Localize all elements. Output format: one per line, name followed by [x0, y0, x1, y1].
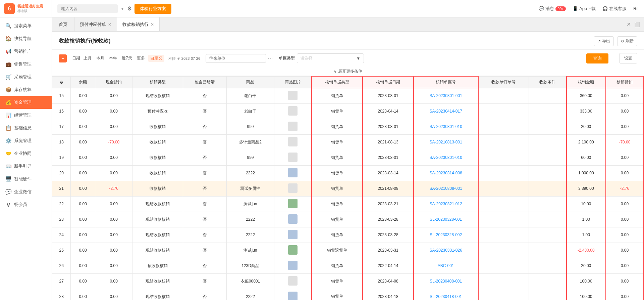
- tab-prepay-close[interactable]: ✕: [108, 22, 111, 27]
- search-input[interactable]: [57, 4, 118, 13]
- verify-no-link[interactable]: SL-20230328-002: [430, 232, 462, 237]
- filter-collapse-btn[interactable]: »: [59, 54, 67, 62]
- verify-no-link[interactable]: SL-20230418-001: [430, 294, 462, 299]
- sidebar-item-inventory[interactable]: 📦 库存核算: [0, 83, 52, 96]
- sidebar-item-system[interactable]: ⚙️ 系统管理: [0, 134, 52, 147]
- message-btn[interactable]: 💬 消息 99+: [539, 6, 566, 12]
- tab-receipt-close[interactable]: ✕: [151, 22, 154, 27]
- cell-verify-discount: 0.00: [606, 196, 644, 212]
- table-wrap[interactable]: ⚙ 余额 现金折扣 核销类型 包含已结清 商品 商品图片 核销单据类型 核销单据…: [52, 76, 644, 300]
- cell-verify-no: SA-20230331-026: [414, 243, 478, 258]
- sidebar-item-basic[interactable]: 📋 基础信息: [0, 122, 52, 134]
- date-this-year[interactable]: 本年: [108, 55, 118, 62]
- bill-type-select[interactable]: 请选择 ▼: [297, 53, 364, 63]
- partner-filter-group: ···: [206, 54, 273, 63]
- cell-included: 否: [183, 134, 227, 150]
- cell-verify-no: SA-20230301-010: [414, 150, 478, 165]
- verify-no-link[interactable]: SA-20230321-012: [429, 202, 462, 206]
- verify-no-link[interactable]: SA-20210813-001: [429, 140, 462, 144]
- partner-input[interactable]: [206, 54, 266, 63]
- cell-included: 否: [183, 289, 227, 300]
- cell-verify-bill-type: 销货单: [312, 88, 363, 103]
- date-7days[interactable]: 近7天: [120, 55, 133, 62]
- solution-btn[interactable]: 体验行业方案: [135, 4, 171, 14]
- cell-verify-bill-type: 销货单: [312, 196, 363, 212]
- sidebar-item-search[interactable]: 🔍 搜索菜单: [0, 19, 52, 32]
- date-last-month[interactable]: 上月: [82, 55, 93, 62]
- maximize-btn[interactable]: ⬜: [634, 22, 640, 27]
- sidebar-item-marketing[interactable]: 📢 营销推广: [0, 45, 52, 58]
- date-this-month[interactable]: 本月: [95, 55, 106, 62]
- sidebar-item-finance[interactable]: 💰 资金管理: [0, 96, 52, 109]
- verify-no-link[interactable]: SA-20230331-026: [429, 248, 462, 253]
- cell-receipt-order-no: [478, 103, 529, 119]
- expand-more-btn[interactable]: ∨ 展开更多条件: [334, 69, 362, 74]
- cell-goods-img: [274, 258, 312, 273]
- cell-verify-bill-type: 销货单: [312, 258, 363, 273]
- export-btn[interactable]: ↗ 导出: [594, 36, 614, 46]
- sidebar-item-purchase[interactable]: 🛒 采购管理: [0, 71, 52, 83]
- verify-no-link[interactable]: SA-20230301-010: [429, 155, 462, 160]
- refresh-btn[interactable]: ↺ 刷新: [617, 36, 637, 46]
- verify-no-link[interactable]: ABC-001: [438, 263, 454, 268]
- sidebar-item-business[interactable]: 📊 经营管理: [0, 109, 52, 122]
- cell-cash-discount: 0.00: [95, 273, 132, 289]
- cell-goods-img: [274, 196, 312, 212]
- cell-verify-date: 2023-04-14: [363, 103, 414, 119]
- date-custom[interactable]: 自定义: [148, 55, 164, 62]
- close-window-btn[interactable]: ✕: [627, 21, 631, 28]
- col-verify-amount: 核销金额: [567, 76, 606, 88]
- col-setting[interactable]: ⚙: [52, 76, 71, 88]
- cell-verify-amount: 1.00: [567, 212, 606, 227]
- table-row: 15 0.00 0.00 现结收款核销 否 老白干 销货单 2023-03-01…: [52, 88, 644, 103]
- cell-verify-amount: 3,390.00: [567, 181, 606, 196]
- member-icon: V: [5, 202, 11, 208]
- sidebar-item-sales[interactable]: 💼 销售管理: [0, 58, 52, 71]
- verify-no-link[interactable]: SA-20230314-008: [429, 171, 462, 175]
- table-row: 23 0.00 0.00 现结收款核销 否 2222 销货单 2023-03-2…: [52, 212, 644, 227]
- cell-verify-date: 2023-03-21: [363, 196, 414, 212]
- system-icon: ⚙️: [5, 138, 11, 144]
- verify-no-link[interactable]: SL-20230328-001: [430, 217, 462, 222]
- tab-home[interactable]: 首页: [52, 17, 74, 31]
- dropdown-arrow[interactable]: ▼: [120, 6, 124, 11]
- cell-verify-bill-type: 销货单: [312, 134, 363, 150]
- verify-no-link[interactable]: SA-20230301-001: [429, 93, 462, 98]
- sidebar-item-quicknav[interactable]: 🏠 快捷导航: [0, 32, 52, 45]
- query-btn[interactable]: 查询: [586, 53, 608, 63]
- sidebar-item-guide[interactable]: 📖 新手引导: [0, 160, 52, 173]
- sidebar-item-collab[interactable]: 🤝 企业协同: [0, 147, 52, 160]
- col-receipt-condition: 收款条件: [529, 76, 566, 88]
- app-download-btn[interactable]: 📱 App下载: [573, 6, 596, 12]
- cell-receipt-order-no: [478, 212, 529, 227]
- verify-no-link[interactable]: SA-20230414-017: [429, 109, 462, 114]
- verify-no-link[interactable]: SL-20230408-001: [430, 279, 462, 284]
- date-more[interactable]: 更多: [136, 55, 146, 62]
- date-filter-group: 日期 上月 本月 本年 近7天 更多 自定义 不限 至 2023-07-26: [72, 55, 200, 62]
- cell-goods-img: [274, 227, 312, 243]
- verify-no-link[interactable]: SA-20210808-001: [429, 186, 462, 191]
- main-area: ▼ ⚙ 体验行业方案 💬 消息 99+ 📱 App下载 🎧 在线客服 Rit 首…: [52, 0, 644, 300]
- table-row: 17 0.00 0.00 收款核销 否 999 销货单 2023-03-01 S…: [52, 119, 644, 134]
- cell-goods: 2222: [227, 165, 274, 181]
- cell-balance: 0.00: [71, 212, 95, 227]
- cell-cash-discount: 0.00: [95, 165, 132, 181]
- tab-receipt[interactable]: 收款核销执行 ✕: [117, 17, 160, 31]
- cell-receipt-condition: [529, 273, 566, 289]
- tab-prepay[interactable]: 预付冲应付单 ✕: [74, 17, 117, 31]
- partner-more-icon[interactable]: ···: [268, 56, 273, 61]
- verify-no-link[interactable]: SA-20230301-010: [429, 124, 462, 129]
- service-btn[interactable]: 🎧 在线客服: [602, 6, 627, 12]
- business-icon: 📊: [5, 112, 11, 118]
- sidebar-item-hardware[interactable]: 🖥️ 智能硬件: [0, 173, 52, 185]
- sidebar-item-member[interactable]: V 畅会员: [0, 198, 52, 211]
- logo-icon: 6: [4, 3, 15, 14]
- sidebar-item-wechat[interactable]: 💬 企业微信: [0, 185, 52, 198]
- gear-icon[interactable]: ⚙: [127, 5, 132, 12]
- cell-receipt-condition: [529, 103, 566, 119]
- user-name[interactable]: Rit: [633, 6, 639, 11]
- cell-verify-date: 2023-03-31: [363, 243, 414, 258]
- cell-goods-img: [274, 119, 312, 134]
- settings-btn[interactable]: 设置: [619, 53, 637, 63]
- cell-verify-amount: 1,000.00: [567, 165, 606, 181]
